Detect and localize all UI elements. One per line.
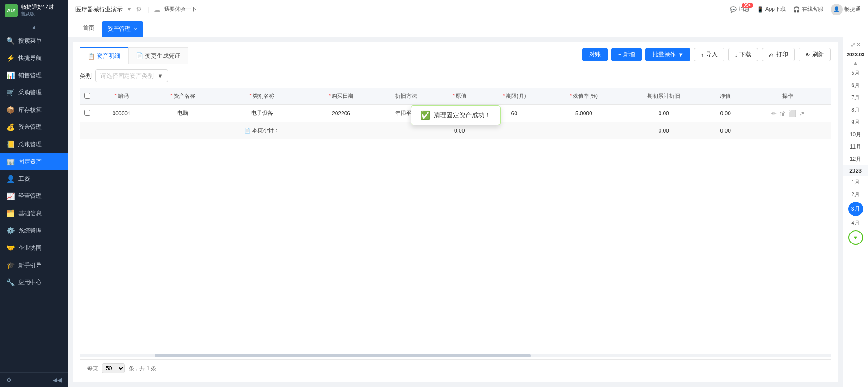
- sidebar-item-label: 固定资产: [18, 158, 42, 166]
- settings-icon[interactable]: ⚙: [6, 377, 12, 383]
- edit-icon[interactable]: ✏: [771, 110, 777, 117]
- expand-icon[interactable]: ⤢: [850, 41, 856, 48]
- sidebar-item-apps[interactable]: 🔧 应用中心: [0, 274, 68, 291]
- cell-accumulated: 0.00: [621, 105, 706, 122]
- sidebar-item-label: 工资: [18, 175, 30, 183]
- sidebar-item-sales[interactable]: 📊 销售管理: [0, 67, 68, 84]
- print-button[interactable]: 🖨 打印: [762, 48, 795, 61]
- cal-month-9[interactable]: 9月: [843, 116, 868, 129]
- header-category: *类别名称: [217, 88, 307, 105]
- copy-icon[interactable]: ⬜: [789, 110, 796, 117]
- sidebar-item-system[interactable]: ⚙️ 系统管理: [0, 222, 68, 239]
- sidebar-collapse-icon[interactable]: ◀◀: [53, 377, 62, 383]
- sidebar-item-label: 企业协同: [18, 244, 42, 252]
- sub-tab-asset-detail[interactable]: 📋 资产明细: [80, 47, 128, 64]
- header-actions: 操作: [745, 88, 831, 105]
- cal-month-3-current[interactable]: 3月: [848, 202, 863, 216]
- cal-month-4[interactable]: 4月: [843, 217, 868, 229]
- cell-code: 000001: [94, 105, 149, 122]
- topbar-left: 医疗器械行业演示 ▼ ⚙ | ☁ 我要体验一下: [75, 5, 197, 14]
- sidebar-nav: 🔍 搜索菜单 ⚡ 快捷导航 📊 销售管理 🛒 采购管理 📦 库存核算 💰 资金管…: [0, 32, 68, 372]
- tab-label: 资产管理: [107, 25, 131, 33]
- panel-close-icon[interactable]: ✕: [856, 41, 861, 48]
- cal-month-7[interactable]: 7月: [843, 92, 868, 104]
- sidebar-item-finance[interactable]: 💰 资金管理: [0, 119, 68, 136]
- sidebar-item-purchase[interactable]: 🛒 采购管理: [0, 84, 68, 101]
- header-code: *编码: [94, 88, 149, 105]
- cell-original-value: [437, 105, 482, 122]
- topbar-right: 💬 消息 99+ 📱 App下载 🎧 在线客服 👤 畅捷通: [730, 4, 861, 15]
- sidebar-scroll-up[interactable]: ▲: [0, 21, 68, 32]
- cal-go-down-icon[interactable]: ▼: [848, 230, 863, 245]
- select-all-checkbox[interactable]: [84, 93, 90, 99]
- topbar-settings-icon[interactable]: ⚙: [136, 5, 142, 14]
- import-button[interactable]: ↑ 导入: [694, 48, 724, 61]
- enterprise-icon: 🤝: [6, 244, 15, 252]
- sub-tab-label: 变更生成凭证: [145, 52, 180, 60]
- add-button[interactable]: + 新增: [611, 48, 642, 61]
- sidebar-item-search[interactable]: 🔍 搜索菜单: [0, 32, 68, 50]
- system-icon: ⚙️: [6, 227, 15, 235]
- cell-actions: ✏ 🗑 ⬜ ↗: [745, 105, 831, 122]
- sub-tab-voucher[interactable]: 📄 变更生成凭证: [128, 47, 188, 64]
- download-button[interactable]: ↓ 下载: [728, 48, 759, 61]
- online-service-label: 在线客服: [802, 5, 823, 13]
- sub-tab-label: 资产明细: [97, 52, 120, 60]
- cal-month-12[interactable]: 12月: [843, 153, 868, 165]
- app-download-badge[interactable]: 📱 App下载: [757, 5, 786, 13]
- sidebar-item-management[interactable]: 📈 经营管理: [0, 188, 68, 205]
- subtotal-accumulated: 0.00: [621, 122, 706, 139]
- message-badge[interactable]: 💬 消息 99+: [730, 5, 749, 13]
- calendar-up-arrow[interactable]: ▲: [852, 59, 859, 67]
- batch-button[interactable]: 批量操作 ▼: [645, 48, 690, 61]
- footer: 每页 50 100 条，共 1 条: [80, 359, 831, 377]
- per-page-select[interactable]: 50 100: [102, 363, 125, 373]
- company-name: 医疗器械行业演示: [75, 5, 123, 14]
- sidebar-item-label: 销售管理: [18, 71, 42, 79]
- calendar-header: 2023.03: [845, 50, 867, 59]
- row-checkbox[interactable]: [84, 110, 90, 116]
- cal-month-10[interactable]: 10月: [843, 129, 868, 141]
- sidebar-item-basic-info[interactable]: 🗂️ 基础信息: [0, 205, 68, 222]
- sidebar-item-guide[interactable]: 🎓 新手引导: [0, 257, 68, 274]
- tab-home[interactable]: 首页: [75, 20, 102, 37]
- cell-depreciation-method: 年限平均: [375, 105, 437, 122]
- cal-month-1[interactable]: 1月: [843, 176, 868, 189]
- sidebar-item-enterprise[interactable]: 🤝 企业协同: [0, 239, 68, 257]
- sidebar-item-payroll[interactable]: 👤 工资: [0, 170, 68, 188]
- reconcile-button[interactable]: 对账: [582, 48, 608, 61]
- sidebar-item-label: 应用中心: [18, 278, 42, 287]
- app-title: 畅捷通好业财: [21, 4, 54, 11]
- import-icon: ↑: [701, 51, 704, 58]
- company-dropdown-icon[interactable]: ▼: [126, 6, 132, 13]
- refresh-button[interactable]: ↻ 刷新: [799, 48, 831, 61]
- header-purchase-date: *购买日期: [307, 88, 375, 105]
- message-count: 99+: [742, 3, 753, 8]
- cal-month-8[interactable]: 8月: [843, 104, 868, 116]
- filter-select[interactable]: 请选择固定资产类别 ▼: [95, 69, 168, 82]
- delete-icon[interactable]: 🗑: [779, 110, 786, 117]
- sidebar-item-fixed-assets[interactable]: 🏢 固定资产: [0, 153, 68, 170]
- cal-month-6[interactable]: 6月: [843, 79, 868, 92]
- row-checkbox-cell: [80, 105, 94, 122]
- cal-month-11[interactable]: 11月: [843, 141, 868, 153]
- tab-close-icon[interactable]: ✕: [134, 26, 138, 32]
- sidebar-item-label: 快捷导航: [18, 54, 42, 62]
- tab-asset-management[interactable]: 资产管理 ✕: [102, 21, 143, 37]
- sidebar-item-inventory[interactable]: 📦 库存核算: [0, 101, 68, 119]
- filter-label: 类别: [80, 72, 92, 80]
- more-icon[interactable]: ↗: [799, 110, 804, 117]
- service-icon: 🎧: [793, 6, 800, 13]
- sidebar-item-label: 搜索菜单: [18, 37, 42, 45]
- experience-label[interactable]: 我要体验一下: [164, 5, 197, 13]
- cal-month-5[interactable]: 5月: [843, 67, 868, 79]
- cal-month-2[interactable]: 2月: [843, 189, 868, 201]
- main-area: 医疗器械行业演示 ▼ ⚙ | ☁ 我要体验一下 💬 消息 99+ 📱 App下载…: [68, 0, 868, 387]
- online-service-badge[interactable]: 🎧 在线客服: [793, 5, 823, 13]
- basic-info-icon: 🗂️: [6, 209, 15, 218]
- sidebar-item-ledger[interactable]: 📒 总账管理: [0, 136, 68, 153]
- sidebar-item-quick-nav[interactable]: ⚡ 快捷导航: [0, 50, 68, 67]
- horizontal-scrollbar[interactable]: [80, 354, 831, 357]
- user-profile[interactable]: 👤 畅捷通: [831, 4, 861, 15]
- sidebar-item-label: 基础信息: [18, 209, 42, 218]
